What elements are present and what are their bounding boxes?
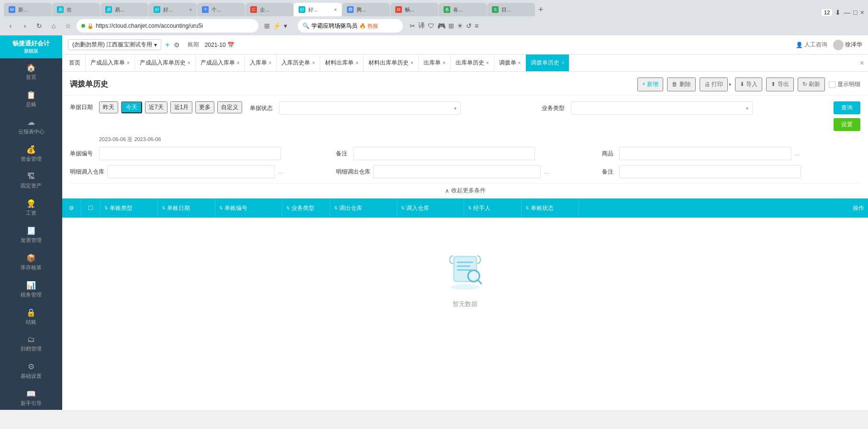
sidebar-item-fixed-assets[interactable]: 🏗 固定资产	[0, 167, 62, 194]
browser-tab-2[interactable]: 易 在	[52, 3, 100, 16]
query-button[interactable]: 查询	[834, 101, 860, 114]
page-tab-home[interactable]: 首页	[64, 55, 86, 72]
date-7days-button[interactable]: 近7天	[145, 101, 167, 113]
translate-icon[interactable]: 译	[418, 22, 425, 30]
filter-settings-button[interactable]: 设置	[834, 118, 860, 131]
page-tab-inbound-close[interactable]: ×	[269, 60, 272, 66]
forward-button[interactable]: ›	[19, 20, 31, 32]
bookmark-button[interactable]: ☆	[62, 20, 74, 32]
page-tab-material-outbound-history-close[interactable]: ×	[411, 60, 413, 66]
browser-tab-7[interactable]: 好 好... ×	[294, 3, 342, 16]
sidebar-item-archive[interactable]: 🗂 归档管理	[0, 330, 62, 357]
page-tab-material-outbound[interactable]: 材料出库单 ×	[320, 55, 364, 72]
extensions-button[interactable]: ⊞	[264, 22, 270, 30]
sidebar-item-funds[interactable]: 💰 资金管理	[0, 140, 62, 167]
display-toggle-checkbox[interactable]	[829, 81, 835, 88]
sidebar-item-home[interactable]: 🏠 首页	[0, 58, 62, 86]
th-checkbox[interactable]: ☐	[81, 198, 100, 218]
new-button[interactable]: + 新增	[637, 77, 663, 91]
detail-out-input[interactable]	[373, 165, 541, 178]
page-tab-production-inbound2[interactable]: 产成品入库单 ×	[196, 55, 245, 72]
detail-out-more-button[interactable]: …	[544, 168, 549, 175]
sidebar-item-guide[interactable]: 📖 新手引导	[0, 385, 62, 410]
grid-icon[interactable]: ⊞	[448, 22, 454, 30]
browser-tab-10[interactable]: 各 各...	[439, 3, 487, 16]
date-more-button[interactable]: 更多	[195, 101, 214, 113]
print-dropdown-icon[interactable]: ▾	[729, 82, 731, 87]
menu-icon[interactable]: ≡	[475, 22, 479, 30]
detail-in-input[interactable]	[107, 165, 275, 178]
sidebar-item-invoices[interactable]: 🧾 发票管理	[0, 221, 62, 249]
maximize-icon[interactable]: □	[853, 9, 857, 16]
browser-tab-9[interactable]: M 畅...	[390, 3, 438, 16]
date-yesterday-button[interactable]: 昨天	[99, 101, 118, 113]
lightning-button[interactable]: ⚡	[273, 22, 281, 30]
user-info[interactable]: 徐泽华	[833, 40, 862, 50]
browser-search-bar[interactable]: 🔍 学霸应聘场驱鸟员 🔥 热搜	[298, 19, 403, 33]
date-today-button[interactable]: 今天	[121, 101, 142, 113]
date-custom-button[interactable]: 自定义	[217, 101, 242, 113]
th-biz-type[interactable]: ⇅ 业务类型	[282, 198, 330, 218]
browser-tab-4[interactable]: 好 好... ×	[149, 3, 197, 16]
sun-icon[interactable]: ☀	[457, 22, 463, 30]
shield-icon[interactable]: 🛡	[428, 22, 434, 30]
page-tab-outbound-history-close[interactable]: ×	[486, 60, 489, 66]
remark-input[interactable]	[353, 147, 535, 160]
page-tab-outbound-history[interactable]: 出库单历史 ×	[451, 55, 494, 72]
date-1month-button[interactable]: 近1月	[170, 101, 193, 113]
home-button[interactable]: ⌂	[48, 20, 59, 32]
th-in-warehouse[interactable]: ⇅ 调入仓库	[397, 198, 464, 218]
doc-number-input[interactable]	[99, 147, 281, 160]
app-logo[interactable]: 畅捷通好会计 旗舰版	[0, 35, 62, 58]
browser-tab-1[interactable]: W 新…	[4, 3, 52, 16]
close-icon[interactable]: ×	[860, 9, 864, 16]
goods-more-button[interactable]: …	[794, 150, 800, 157]
page-tab-transfer-close[interactable]: ×	[518, 60, 521, 66]
sidebar-item-ledger[interactable]: 📋 总账	[0, 86, 62, 113]
export-button[interactable]: ⬆ 导出	[766, 77, 793, 91]
biz-type-select[interactable]: ▾	[571, 101, 753, 115]
new-tab-button[interactable]: +	[535, 3, 546, 16]
page-tab-transfer-history[interactable]: 调拨单历史 ×	[526, 55, 569, 72]
page-tab-material-outbound-history[interactable]: 材料出库单历史 ×	[364, 55, 419, 72]
th-doc-num[interactable]: ⇅ 单账编号	[215, 198, 282, 218]
history-icon[interactable]: ↺	[466, 22, 472, 30]
sidebar-item-basic-settings[interactable]: ⚙ 基础设置	[0, 357, 62, 385]
page-tab-production-inbound-history-close[interactable]: ×	[188, 60, 190, 66]
close-all-tabs-icon[interactable]: ×	[860, 59, 864, 67]
settings-header-button[interactable]: ⚙	[174, 41, 180, 49]
page-tab-production-inbound-history[interactable]: 产成品入库单历史 ×	[135, 55, 196, 72]
browser-tab-3[interactable]: 易 易...	[100, 3, 148, 16]
tab-bar-close[interactable]: ×	[860, 59, 866, 67]
status-select[interactable]: ▾	[279, 101, 461, 115]
tab-close-4[interactable]: ×	[189, 7, 192, 12]
scissors-icon[interactable]: ✂	[410, 22, 415, 30]
page-tab-inbound-history[interactable]: 入库历史单 ×	[277, 55, 320, 72]
reload-button[interactable]: ↻	[33, 20, 45, 32]
add-company-button[interactable]: +	[165, 41, 169, 49]
sidebar-item-reports[interactable]: ☁ 云报表中心	[0, 113, 62, 140]
sidebar-item-wages[interactable]: 👷 工资	[0, 194, 62, 221]
page-tab-outbound[interactable]: 出库单 ×	[419, 55, 451, 72]
page-tab-material-outbound-close[interactable]: ×	[356, 60, 358, 66]
browser-tab-6[interactable]: C 企...	[245, 3, 293, 16]
detail-in-more-button[interactable]: …	[278, 168, 283, 175]
tab-close-7[interactable]: ×	[334, 7, 337, 12]
minimize-icon[interactable]: —	[844, 9, 850, 16]
browser-tab-5[interactable]: 个 个...	[197, 3, 245, 16]
game-icon[interactable]: 🎮	[437, 22, 445, 30]
page-tab-inbound-history-close[interactable]: ×	[312, 60, 315, 66]
page-tab-production-inbound[interactable]: 产成品入库单 ×	[86, 55, 135, 72]
sidebar-item-inventory[interactable]: 📦 库存核算	[0, 249, 62, 276]
goods-input[interactable]	[619, 147, 791, 160]
page-tab-transfer-history-close[interactable]: ×	[561, 60, 564, 66]
delete-button[interactable]: 🗑 删除	[667, 77, 695, 91]
browser-tab-8[interactable]: 腾 腾...	[342, 3, 390, 16]
service-button[interactable]: 👤 人工咨询	[796, 41, 827, 49]
remark2-input[interactable]	[619, 165, 801, 178]
th-settings[interactable]: ⚙	[62, 198, 81, 218]
calendar-icon[interactable]: 📅	[227, 42, 234, 48]
sidebar-item-closing[interactable]: 🔒 结账	[0, 303, 62, 330]
th-doc-date[interactable]: ⇅ 单账日期	[158, 198, 215, 218]
print-button[interactable]: 🖨 打印	[700, 77, 728, 91]
